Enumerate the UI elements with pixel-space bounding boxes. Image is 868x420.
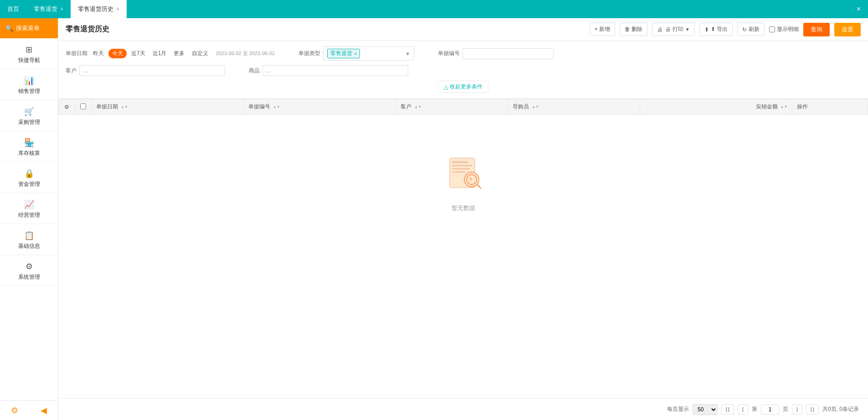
svg-rect-3 (452, 168, 470, 169)
bill-type-selector[interactable]: 零售退货 × ▼ (323, 46, 414, 61)
bill-no-input[interactable] (462, 48, 554, 59)
sidebar-item-operations[interactable]: 📈 经营管理 (0, 193, 58, 224)
goods-filter: 商品 ... (249, 65, 408, 76)
last-page-button[interactable]: ⟩⟩ (806, 405, 819, 415)
show-detail-label: 显示明细 (777, 26, 799, 33)
print-label: 🖨 打印 (665, 26, 683, 33)
query-button[interactable]: 查询 (803, 23, 830, 36)
tab-home[interactable]: 首页 (0, 0, 26, 18)
bill-type-filter: 单据类型 零售退货 × ▼ (298, 46, 414, 61)
customer-label: 客户 (66, 67, 77, 75)
svg-rect-4 (452, 171, 466, 173)
top-bar: 首页 零售退货 × 零售退货历史 × × (0, 0, 868, 18)
col-ops-label: 操作 (797, 103, 808, 110)
show-detail-checkbox[interactable]: 显示明细 (769, 26, 799, 33)
main-layout: 🔍 搜索菜单 ⊞ 快捷导航 📊 销售管理 🛒 采购管理 🏪 库存核算 🔒 资金管… (0, 18, 868, 420)
header-actions: + 新增 🗑 删除 🖨 🖨 打印 ▼ ⬆ ⬆ 导出 ↻ 刷新 显示明细 (590, 23, 861, 36)
search-icon: 🔍 (5, 25, 13, 32)
sidebar-item-purchase[interactable]: 🛒 采购管理 (0, 100, 58, 131)
date-btn-today[interactable]: 今天 (108, 49, 127, 58)
delete-button[interactable]: 🗑 删除 (620, 23, 647, 36)
quicknav-icon: ⊞ (26, 45, 32, 55)
table-header-guide[interactable]: 导购员 ▲▼ (508, 99, 640, 115)
bill-no-filter: 单据编号 (438, 48, 554, 59)
date-btn-7days[interactable]: 近7天 (128, 49, 148, 58)
tab-retail-return[interactable]: 零售退货 × (26, 0, 71, 18)
sidebar-item-inventory[interactable]: 🏪 库存核算 (0, 131, 58, 162)
date-btn-1month[interactable]: 近1月 (150, 49, 169, 58)
refresh-label: 刷新 (749, 26, 760, 33)
sidebar-item-sales[interactable]: 📊 销售管理 (0, 69, 58, 100)
sales-icon: 📊 (24, 76, 34, 86)
page-number-input[interactable]: 1 (761, 405, 779, 415)
next-page-button[interactable]: ⟩ (792, 405, 802, 415)
bill-type-tag-close[interactable]: × (354, 51, 357, 56)
bill-type-tag: 零售退货 × (327, 49, 360, 58)
export-button[interactable]: ⬆ ⬆ 导出 (699, 23, 733, 36)
sidebar-item-basic-info[interactable]: 📋 基础信息 (0, 224, 58, 255)
goods-input[interactable]: ... (262, 65, 408, 76)
svg-rect-2 (452, 165, 473, 166)
date-filter: 单据日期 昨天 今天 近7天 近1月 更多 自定义 2023-06-02 至 2… (66, 49, 275, 58)
tab-retail-return-history[interactable]: 零售退货历史 × (71, 0, 127, 18)
customer-input[interactable]: ... (79, 65, 225, 76)
prev-page-button[interactable]: ⟨ (738, 405, 748, 415)
sidebar-item-quicknav[interactable]: ⊞ 快捷导航 (0, 38, 58, 69)
sidebar-item-label: 快捷导航 (18, 56, 40, 64)
inventory-icon: 🏪 (24, 138, 34, 148)
table-header-amount[interactable]: 实销金额 ▲▼ (640, 99, 792, 115)
print-button[interactable]: 🖨 🖨 打印 ▼ (652, 23, 694, 36)
empty-state-text: 暂无数据 (452, 204, 475, 212)
col-guide-label: 导购员 (513, 103, 529, 111)
table-header-ops: 操作 (792, 99, 868, 115)
show-detail-input[interactable] (769, 26, 775, 32)
sidebar-item-label: 销售管理 (18, 87, 40, 95)
sidebar-item-system[interactable]: ⚙ 系统管理 (0, 255, 58, 286)
table-header-customer[interactable]: 客户 ▲▼ (396, 99, 508, 115)
data-table: ⚙ 单据日期 ▲▼ 单据编号 ▲▼ (58, 99, 868, 249)
settings-bottom-icon[interactable]: ⚙ (11, 405, 18, 415)
export-icon: ⬆ (704, 26, 709, 33)
filter-row-1: 单据日期 昨天 今天 近7天 近1月 更多 自定义 2023-06-02 至 2… (66, 46, 861, 61)
svg-rect-1 (452, 161, 468, 163)
sort-icon-date: ▲▼ (121, 105, 128, 109)
empty-state-cell: ? 暂无数据 (59, 115, 868, 249)
filter-area: 单据日期 昨天 今天 近7天 近1月 更多 自定义 2023-06-02 至 2… (58, 41, 868, 99)
collapse-sidebar-icon[interactable]: ◀ (41, 405, 47, 415)
tab-label: 零售退货 (34, 5, 57, 13)
tab-label: 零售退货历史 (78, 5, 113, 13)
col-amount-label: 实销金额 (756, 103, 778, 111)
first-page-button[interactable]: ⟨⟨ (721, 405, 734, 415)
date-btn-custom[interactable]: 自定义 (189, 49, 211, 58)
sidebar-item-finance[interactable]: 🔒 资金管理 (0, 162, 58, 193)
refresh-button[interactable]: ↻ 刷新 (737, 23, 765, 36)
table-header-settings[interactable]: ⚙ (59, 99, 75, 115)
page-unit: 页 (783, 405, 788, 413)
select-all-checkbox[interactable] (80, 103, 86, 109)
collapse-button[interactable]: △ 收起更多条件 (438, 81, 488, 93)
tab-close-icon[interactable]: × (116, 6, 119, 12)
empty-state: ? 暂无数据 (59, 115, 868, 249)
purchase-icon: 🛒 (24, 107, 34, 117)
window-close-button[interactable]: × (849, 0, 868, 18)
pagination-bar: 每页显示 50 100 200 ⟨⟨ ⟨ 第 1 页 ⟩ ⟩⟩ 共0页, 0条记… (58, 398, 868, 420)
date-btn-more[interactable]: 更多 (171, 49, 187, 58)
sidebar-item-label: 资金管理 (18, 180, 40, 188)
svg-line-7 (477, 184, 481, 188)
table-header-checkbox[interactable] (75, 99, 92, 115)
empty-state-icon: ? (441, 151, 486, 197)
tab-close-icon[interactable]: × (60, 6, 63, 12)
date-btn-yesterday[interactable]: 昨天 (90, 49, 107, 58)
sort-icon-amount: ▲▼ (781, 105, 788, 109)
new-button[interactable]: + 新增 (590, 23, 615, 36)
operations-icon: 📈 (24, 200, 34, 210)
table-header-date[interactable]: 单据日期 ▲▼ (92, 99, 244, 115)
table-header-billno[interactable]: 单据编号 ▲▼ (244, 99, 396, 115)
print-icon: 🖨 (657, 26, 663, 33)
collapse-icon: △ (444, 84, 448, 90)
per-page-select[interactable]: 50 100 200 (693, 404, 718, 415)
sidebar-search[interactable]: 🔍 搜索菜单 (0, 18, 58, 38)
per-page-label: 每页显示 (667, 405, 689, 413)
setting-button[interactable]: 设置 (834, 23, 861, 36)
date-options: 昨天 今天 近7天 近1月 更多 自定义 (90, 49, 211, 58)
